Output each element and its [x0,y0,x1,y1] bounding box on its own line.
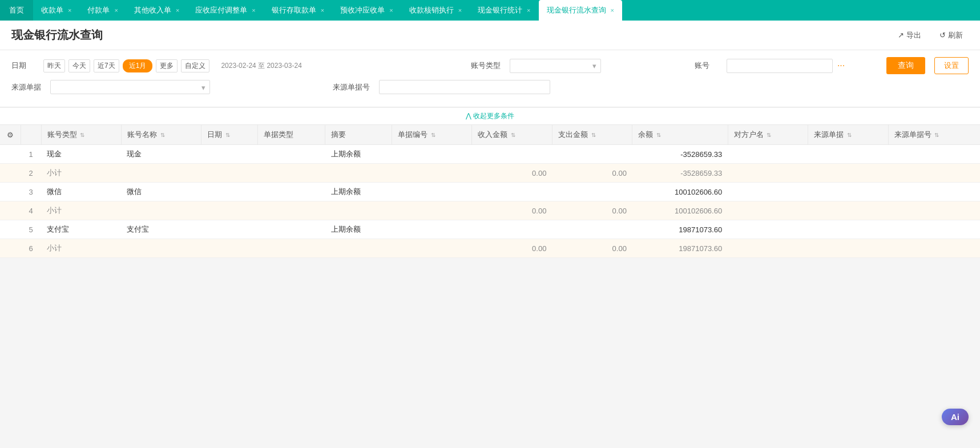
date-shortcuts: 昨天今天近7天近1月更多自定义 [43,59,209,72]
nav-home[interactable]: 首页 [0,0,33,21]
cell-sourceDoc [808,164,888,183]
date-shortcut-button[interactable]: 今天 [68,59,90,72]
cell-income: 0.00 [472,201,552,220]
cell-docType [257,220,325,239]
cell-expense [552,220,632,239]
cell-docNo [392,239,471,258]
sort-icon: ⇅ [847,132,852,138]
date-shortcut-button[interactable]: 近1月 [123,59,153,72]
page-header: 现金银行流水查询 ↗ 导出 ↺ 刷新 [0,21,980,50]
cell-date [201,220,257,239]
col-header-counterparty[interactable]: 对方户名 ⇅ [728,125,808,145]
cell-docType [257,164,325,183]
cell-sourceDoc [808,201,888,220]
cell-accountName: 现金 [121,145,201,164]
table-container: ⚙账号类型 ⇅账号名称 ⇅日期 ⇅单据类型摘要单据编号 ⇅收入金额 ⇅支出金额 … [0,125,980,258]
cell-index: 5 [21,220,41,239]
cell-docType [257,239,325,258]
col-header-income[interactable]: 收入金额 ⇅ [472,125,552,145]
query-button[interactable]: 查询 [886,57,925,74]
cell-accountType: 微信 [41,183,121,201]
tab-close-icon[interactable]: × [527,0,530,21]
cell-expense: 0.00 [552,201,632,220]
date-shortcut-button[interactable]: 近7天 [94,59,119,72]
table-row: 2小计0.000.00-3528659.33 [0,164,980,183]
date-label: 日期 [11,60,34,71]
tab-close-icon[interactable]: × [458,0,462,21]
col-header-docNo[interactable]: 单据编号 ⇅ [392,125,471,145]
sort-icon: ⇅ [160,132,165,138]
cell-balance: 19871073.60 [632,220,728,239]
cell-sourceDocNo [888,145,980,164]
cell-docNo [392,164,471,183]
tab-close-icon[interactable]: × [611,0,614,21]
export-button[interactable]: ↗ 导出 [892,28,927,43]
cell-date [201,164,257,183]
nav-tab[interactable]: 银行存取款单 × [264,0,332,21]
sort-icon: ⇅ [591,132,596,138]
tab-close-icon[interactable]: × [321,0,324,21]
table-row: 6小计0.000.0019871073.60 [0,239,980,258]
cell-index: 4 [21,201,41,220]
nav-tab[interactable]: 预收冲应收单 × [332,0,401,21]
refresh-button[interactable]: ↺ 刷新 [934,28,969,43]
collapse-bar[interactable]: ⋀ 收起更多条件 [0,107,980,125]
nav-tab[interactable]: 付款单 × [79,0,126,21]
date-range: 2023-02-24 至 2023-03-24 [221,61,301,71]
col-header-balance[interactable]: 余额 ⇅ [632,125,728,145]
cell-balance: -3528659.33 [632,164,728,183]
settings-button[interactable]: 设置 [934,57,969,74]
col-header-expense[interactable]: 支出金额 ⇅ [552,125,632,145]
cell-summary: 上期余额 [325,183,392,201]
cell-expense [552,183,632,201]
date-shortcut-button[interactable]: 昨天 [43,59,65,72]
source-doc-select[interactable] [50,80,210,94]
account-type-select-wrapper: 现金微信支付宝 [510,59,601,73]
account-type-select[interactable]: 现金微信支付宝 [510,59,601,73]
col-header-accountName[interactable]: 账号名称 ⇅ [121,125,201,145]
cell-sourceDoc [808,183,888,201]
date-shortcut-button[interactable]: 自定义 [181,59,209,72]
date-shortcut-button[interactable]: 更多 [156,59,178,72]
tab-close-icon[interactable]: × [68,0,71,21]
cell-accountType: 小计 [41,164,121,183]
col-header-accountType[interactable]: 账号类型 ⇅ [41,125,121,145]
cell-income [472,220,552,239]
account-dots-icon[interactable]: ··· [837,60,845,71]
nav-tab[interactable]: 应收应付调整单 × [187,0,263,21]
cell-gear [0,145,21,164]
tab-close-icon[interactable]: × [252,0,255,21]
account-type-label: 账号类型 [471,60,501,71]
nav-tab[interactable]: 收款核销执行 × [401,0,470,21]
cell-docType [257,145,325,164]
nav-tab[interactable]: 现金银行统计 × [470,0,538,21]
col-header-docType: 单据类型 [257,125,325,145]
nav-tab[interactable]: 其他收入单 × [126,0,187,21]
cell-balance: 19871073.60 [632,239,728,258]
cell-income: 0.00 [472,239,552,258]
col-header-sourceDocNo[interactable]: 来源单据号 ⇅ [888,125,980,145]
col-header-date[interactable]: 日期 ⇅ [201,125,257,145]
nav-tab[interactable]: 现金银行流水查询 × [539,0,622,21]
account-input[interactable] [727,59,833,73]
gear-icon[interactable]: ⚙ [7,131,14,139]
cell-date [201,183,257,201]
cell-summary [325,164,392,183]
cell-docNo [392,201,471,220]
cell-counterparty [728,145,808,164]
cell-balance: -3528659.33 [632,145,728,164]
filter-row-2: 来源单据 来源单据号 [11,80,969,94]
cell-gear [0,201,21,220]
page-title: 现金银行流水查询 [11,27,103,43]
tab-close-icon[interactable]: × [114,0,118,21]
refresh-icon: ↺ [939,31,946,39]
cell-date [201,201,257,220]
source-doc-num-input[interactable] [379,80,550,94]
cell-date [201,145,257,164]
cell-counterparty [728,183,808,201]
nav-tab[interactable]: 收款单 × [33,0,79,21]
tab-close-icon[interactable]: × [389,0,393,21]
filter-row-1: 日期 昨天今天近7天近1月更多自定义 2023-02-24 至 2023-03-… [11,57,969,74]
col-header-sourceDoc[interactable]: 来源单据 ⇅ [808,125,888,145]
tab-close-icon[interactable]: × [176,0,179,21]
